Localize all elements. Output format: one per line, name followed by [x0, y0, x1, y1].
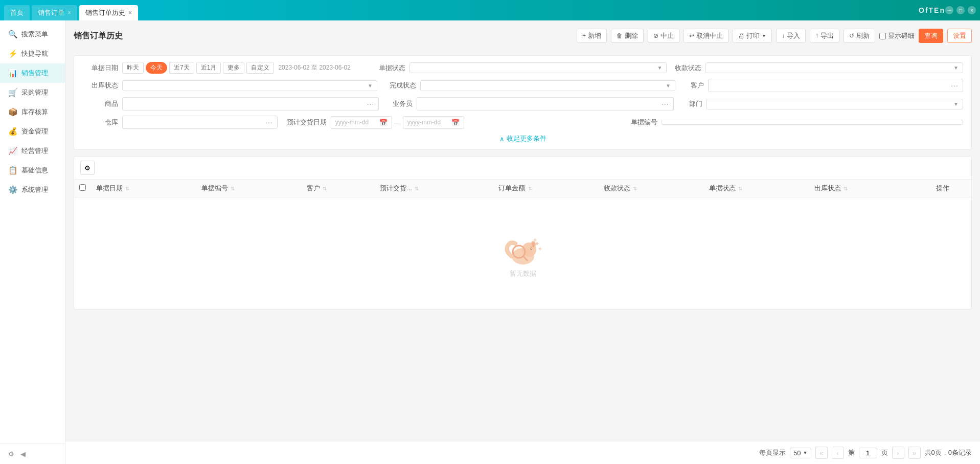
operations-icon: 📈	[8, 146, 17, 156]
export-button[interactable]: ↑ 导出	[810, 29, 839, 43]
refresh-button[interactable]: ↺ 刷新	[844, 29, 875, 43]
import-label: 导入	[787, 31, 800, 40]
new-button[interactable]: + 新增	[577, 29, 607, 43]
settings-label: 设置	[953, 31, 966, 40]
date-btn-custom[interactable]: 自定义	[246, 62, 274, 74]
th-doc-status-sort-icon: ⇅	[738, 186, 742, 191]
tab-home[interactable]: 首页	[4, 5, 30, 20]
out-status-select[interactable]: ▼	[122, 80, 377, 91]
display-cols-label[interactable]: 显示碍细	[879, 31, 915, 40]
stop-button[interactable]: ⊘ 中止	[648, 29, 679, 43]
calendar-from-icon: 📅	[379, 119, 388, 126]
goods-label: 商品	[82, 99, 118, 108]
date-to-placeholder: yyyy-mm-dd	[407, 119, 441, 126]
date-btn-1month[interactable]: 近1月	[196, 62, 221, 74]
th-order-amount[interactable]: 订单金额 ⇅	[493, 180, 599, 197]
date-label: 单据日期	[82, 63, 118, 73]
complete-status-select[interactable]: ▼	[420, 80, 675, 91]
th-collection-status[interactable]: 收款状态 ⇅	[599, 180, 704, 197]
last-page-button[interactable]: »	[908, 447, 921, 459]
th-actions-label: 操作	[936, 184, 949, 192]
svg-point-3	[531, 248, 532, 249]
import-button[interactable]: ↓ 导入	[776, 29, 806, 43]
collapse-row[interactable]: ∧ 收起更多条件	[82, 134, 963, 143]
date-btn-more[interactable]: 更多	[223, 62, 244, 74]
tab-sales-order-close[interactable]: ×	[67, 9, 71, 16]
sidebar-item-system[interactable]: ⚙️ 系统管理	[0, 180, 65, 200]
minimize-button[interactable]: ─	[945, 6, 953, 14]
customer-input[interactable]: ···	[708, 79, 963, 92]
sidebar-settings-icon[interactable]: ⚙	[8, 450, 14, 458]
cancel-stop-button[interactable]: ↩ 取消中止	[683, 29, 728, 43]
maximize-button[interactable]: □	[956, 6, 965, 14]
empty-illustration: ✦ ✦ ✦	[497, 228, 549, 269]
dept-select[interactable]: ▼	[706, 99, 963, 109]
svg-text:✦: ✦	[537, 245, 543, 253]
sidebar-item-quick-nav[interactable]: ⚡ 快捷导航	[0, 44, 65, 63]
th-doc-number[interactable]: 单据编号 ⇅	[196, 180, 302, 197]
date-btn-today[interactable]: 今天	[146, 62, 167, 74]
search-menu-icon: 🔍	[8, 30, 17, 39]
new-icon: +	[582, 32, 586, 39]
sidebar-item-basic-info[interactable]: 📋 基础信息	[0, 161, 65, 180]
tab-home-label: 首页	[10, 8, 24, 17]
doc-status-select[interactable]: ▼	[409, 62, 667, 73]
print-arrow-icon: ▼	[762, 33, 766, 38]
doc-status-arrow-icon: ▼	[657, 65, 662, 71]
sidebar-item-sales-mgmt[interactable]: 📊 销售管理	[0, 63, 65, 83]
th-customer[interactable]: 客户 ⇅	[302, 180, 375, 197]
sidebar-item-operations[interactable]: 📈 经营管理	[0, 141, 65, 161]
first-page-button[interactable]: «	[815, 447, 828, 459]
warehouse-input[interactable]: ···	[122, 116, 278, 129]
brand-label: OfTEn	[919, 6, 945, 14]
page-size-arrow-icon: ▼	[803, 450, 808, 455]
column-settings-button[interactable]: ⚙	[80, 161, 95, 175]
date-btn-yesterday[interactable]: 昨天	[122, 62, 144, 74]
goods-input[interactable]: ···	[122, 97, 379, 111]
sidebar-collapse-icon[interactable]: ◀	[20, 450, 26, 458]
sidebar-item-inventory-label: 库存核算	[21, 107, 48, 117]
delivery-date-to[interactable]: yyyy-mm-dd 📅	[403, 116, 464, 129]
print-button[interactable]: 🖨 打印 ▼	[733, 29, 772, 43]
doc-number-input[interactable]	[662, 120, 963, 125]
toolbar: + 新增 🗑 删除 ⊘ 中止 ↩ 取消中止	[577, 29, 972, 43]
print-icon: 🖨	[738, 32, 744, 39]
th-order-amount-sort-icon: ⇅	[528, 186, 532, 191]
print-label: 打印	[746, 31, 760, 40]
svg-point-7	[514, 247, 523, 256]
current-page-input[interactable]	[859, 448, 877, 458]
display-cols-checkbox[interactable]	[879, 33, 886, 39]
filter-section: 单据日期 昨天 今天 近7天 近1月 更多 自定义 2023-06-02 至 2…	[74, 55, 972, 150]
collection-status-select[interactable]: ▼	[705, 62, 963, 73]
table-toolbar: ⚙	[74, 157, 971, 180]
close-window-button[interactable]: ×	[968, 6, 976, 14]
th-doc-date[interactable]: 单据日期 ⇅	[91, 180, 196, 197]
select-all-checkbox[interactable]	[79, 184, 86, 191]
date-range-text: 2023-06-02 至 2023-06-02	[278, 63, 350, 72]
sidebar-item-purchase-mgmt[interactable]: 🛒 采购管理	[0, 83, 65, 102]
query-button[interactable]: 查询	[919, 29, 943, 43]
delivery-date-from[interactable]: yyyy-mm-dd 📅	[331, 116, 392, 129]
th-expected-delivery[interactable]: 预计交货... ⇅	[375, 180, 493, 197]
date-quick-buttons: 昨天 今天 近7天 近1月 更多 自定义	[122, 62, 274, 74]
next-page-button[interactable]: ›	[892, 447, 904, 459]
th-out-status[interactable]: 出库状态 ⇅	[809, 180, 915, 197]
sidebar-item-search-menu[interactable]: 🔍 搜索菜单	[0, 25, 65, 44]
date-filter-field: 昨天 今天 近7天 近1月 更多 自定义 2023-06-02 至 2023-0…	[122, 62, 371, 74]
page-size-select[interactable]: 50 ▼	[790, 448, 811, 458]
delete-button[interactable]: 🗑 删除	[611, 29, 644, 43]
sidebar-item-inventory[interactable]: 📦 库存核算	[0, 102, 65, 122]
prev-page-button[interactable]: ‹	[832, 447, 844, 459]
tab-sales-order-history-close[interactable]: ×	[128, 9, 132, 16]
date-btn-7days[interactable]: 近7天	[169, 62, 194, 74]
customer-label: 客户	[683, 81, 704, 90]
th-doc-status[interactable]: 单据状态 ⇅	[704, 180, 809, 197]
tab-sales-order-history[interactable]: 销售订单历史 ×	[79, 5, 138, 20]
query-label: 查询	[924, 31, 938, 40]
salesperson-input[interactable]: ···	[417, 97, 673, 111]
tab-sales-order[interactable]: 销售订单 ×	[32, 5, 77, 20]
sidebar-bottom: ⚙ ◀	[0, 444, 65, 464]
settings-button[interactable]: 设置	[947, 29, 972, 43]
sidebar-item-finance[interactable]: 💰 资金管理	[0, 122, 65, 141]
page-label-suffix: 页	[881, 448, 888, 457]
